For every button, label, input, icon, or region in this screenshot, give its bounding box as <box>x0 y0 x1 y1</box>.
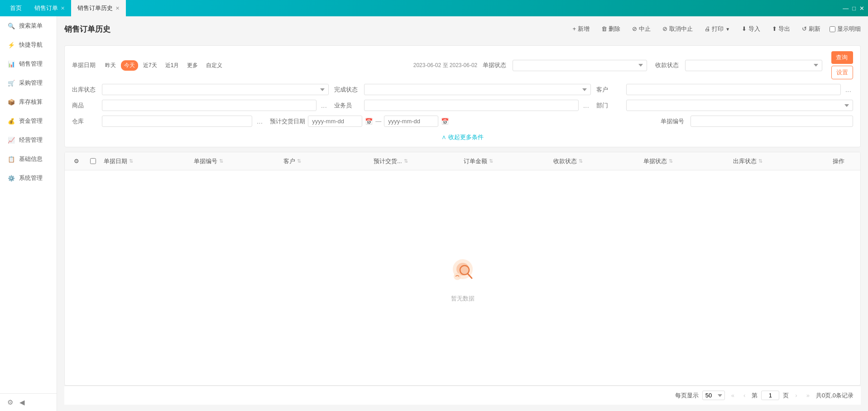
sort-bill-no-icon: ⇅ <box>219 158 223 164</box>
close-btn[interactable]: ✕ <box>859 5 864 12</box>
import-button[interactable]: ⬇ 导入 <box>737 23 765 35</box>
out-status-select[interactable] <box>102 84 329 95</box>
warehouse-input[interactable] <box>102 116 252 127</box>
tab-sales-order-history-label: 销售订单历史 <box>77 4 113 12</box>
out-status-label: 出库状态 <box>72 86 99 94</box>
date-to-text: 2023-06-02 <box>450 62 477 68</box>
sidebar-item-purchase-mgmt[interactable]: 🛒 采购管理 <box>0 73 57 92</box>
date-btn-today[interactable]: 今天 <box>121 60 138 71</box>
th-payment-status[interactable]: 收款状态 ⇅ <box>551 154 641 169</box>
customer-input[interactable] <box>626 84 841 95</box>
date-dash: 至 <box>443 62 450 68</box>
date-btn-1month[interactable]: 近1月 <box>162 60 182 71</box>
th-expected-date[interactable]: 预计交货... ⇅ <box>371 154 461 169</box>
sidebar-settings-icon[interactable]: ⚙ <box>7 398 13 406</box>
salesperson-dots[interactable]: ... <box>581 102 591 110</box>
dept-select[interactable] <box>626 100 853 111</box>
collapse-more[interactable]: ∧ 收起更多条件 <box>72 131 853 141</box>
sidebar-item-quick-nav[interactable]: ⚡ 快捷导航 <box>0 35 57 54</box>
display-cols-toggle[interactable]: 显示明细 <box>830 25 861 33</box>
expected-date-to[interactable] <box>384 116 438 127</box>
th-customer[interactable]: 客户 ⇅ <box>281 154 371 169</box>
th-order-amount[interactable]: 订单金额 ⇅ <box>461 154 551 169</box>
maximize-btn[interactable]: □ <box>852 5 856 12</box>
sidebar-item-operations[interactable]: 📈 经营管理 <box>0 131 57 150</box>
filter-goods-item: 商品 ... <box>72 100 329 111</box>
stop-button[interactable]: ⊘ 中止 <box>628 23 655 35</box>
th-payment-status-label: 收款状态 <box>553 157 577 165</box>
empty-state: 暂无数据 <box>427 235 499 321</box>
page-size-select[interactable]: 10 20 50 100 <box>702 391 725 400</box>
bill-status-select[interactable] <box>513 60 647 71</box>
sidebar-item-inventory[interactable]: 📦 库存核算 <box>0 92 57 111</box>
next-page-btn[interactable]: › <box>792 391 800 400</box>
date-btn-custom[interactable]: 自定义 <box>203 60 225 71</box>
expected-date-label: 预计交货日期 <box>270 117 305 126</box>
add-button[interactable]: + 新增 <box>568 23 594 35</box>
bill-status-label: 单据状态 <box>483 61 510 69</box>
first-page-btn[interactable]: « <box>729 391 737 400</box>
page-input[interactable] <box>761 391 779 400</box>
sidebar-collapse-icon[interactable]: ◀ <box>19 398 25 406</box>
cal-icon-from[interactable]: 📅 <box>365 118 373 125</box>
page-title: 销售订单历史 <box>64 24 110 34</box>
th-out-status[interactable]: 出库状态 ⇅ <box>730 154 820 169</box>
query-button[interactable]: 查询 <box>831 51 853 64</box>
minimize-btn[interactable]: — <box>843 5 849 12</box>
goods-input[interactable] <box>102 100 317 111</box>
sidebar-item-search-menu[interactable]: 🔍 搜索菜单 <box>0 16 57 35</box>
cancel-stop-button[interactable]: ⊘ 取消中止 <box>658 23 697 35</box>
sidebar-item-sales-mgmt[interactable]: 📊 销售管理 <box>0 54 57 73</box>
sort-out-status-icon: ⇅ <box>758 158 762 164</box>
goods-dots[interactable]: ... <box>319 102 329 110</box>
filter-bill-no-item: 单据编号 <box>661 116 853 127</box>
delete-button[interactable]: 🗑 删除 <box>597 23 625 35</box>
th-bill-no-label: 单据编号 <box>194 157 217 165</box>
customer-label: 客户 <box>596 86 623 94</box>
prev-page-btn[interactable]: ‹ <box>741 391 748 400</box>
display-cols-label: 显示明细 <box>837 25 861 33</box>
date-btn-7days[interactable]: 近7天 <box>140 60 160 71</box>
th-bill-date[interactable]: 单据日期 ⇅ <box>101 154 191 169</box>
print-button[interactable]: 🖨 打印 ▼ <box>700 23 735 35</box>
tab-sales-order-history[interactable]: 销售订单历史 ✕ <box>71 0 126 16</box>
filter-out-status-item: 出库状态 <box>72 84 329 95</box>
sidebar-item-base-info[interactable]: 📋 基础信息 <box>0 150 57 169</box>
customer-dots[interactable]: ... <box>844 86 853 94</box>
th-bill-no[interactable]: 单据编号 ⇅ <box>191 154 281 169</box>
sidebar-operations-label: 经营管理 <box>19 136 43 144</box>
date-btn-more[interactable]: 更多 <box>184 60 201 71</box>
date-shortcuts: 昨天 今天 近7天 近1月 更多 自定义 <box>102 60 225 71</box>
th-bill-status[interactable]: 单据状态 ⇅ <box>641 154 731 169</box>
goods-label: 商品 <box>72 102 99 110</box>
close-tab-sales-order[interactable]: ✕ <box>61 5 65 11</box>
complete-status-select[interactable] <box>364 84 591 95</box>
sidebar-sales-label: 销售管理 <box>19 60 43 68</box>
warehouse-dots[interactable]: ... <box>255 117 264 126</box>
expected-date-from[interactable] <box>308 116 362 127</box>
export-button[interactable]: ⬆ 导出 <box>767 23 795 35</box>
page-size-label: 每页显示 <box>675 392 699 400</box>
tab-home[interactable]: 首页 <box>4 0 28 16</box>
refresh-button[interactable]: ↺ 刷新 <box>797 23 825 35</box>
sidebar-item-system-mgmt[interactable]: ⚙️ 系统管理 <box>0 169 57 188</box>
bill-no-input[interactable] <box>691 116 853 127</box>
th-check[interactable] <box>85 155 101 168</box>
tab-sales-order-label: 销售订单 <box>34 4 58 12</box>
filter-expected-date-item: 预计交货日期 📅 — 📅 <box>270 116 655 127</box>
cal-icon-to[interactable]: 📅 <box>441 118 449 125</box>
close-tab-history[interactable]: ✕ <box>115 5 120 11</box>
sidebar-finance-label: 资金管理 <box>19 117 43 125</box>
th-gear[interactable]: ⚙ <box>68 154 85 168</box>
tab-sales-order[interactable]: 销售订单 ✕ <box>28 0 71 16</box>
salesperson-input[interactable] <box>364 100 579 111</box>
settings-button[interactable]: 设置 <box>831 66 853 79</box>
date-btn-yesterday[interactable]: 昨天 <box>102 60 119 71</box>
sidebar-item-finance[interactable]: 💰 资金管理 <box>0 111 57 131</box>
date-from-text: 2023-06-02 <box>413 62 441 68</box>
payment-status-select[interactable] <box>685 60 822 71</box>
display-cols-checkbox[interactable] <box>830 26 835 32</box>
sort-order-amount-icon: ⇅ <box>489 158 493 164</box>
select-all-checkbox[interactable] <box>90 158 96 164</box>
last-page-btn[interactable]: » <box>804 391 812 400</box>
